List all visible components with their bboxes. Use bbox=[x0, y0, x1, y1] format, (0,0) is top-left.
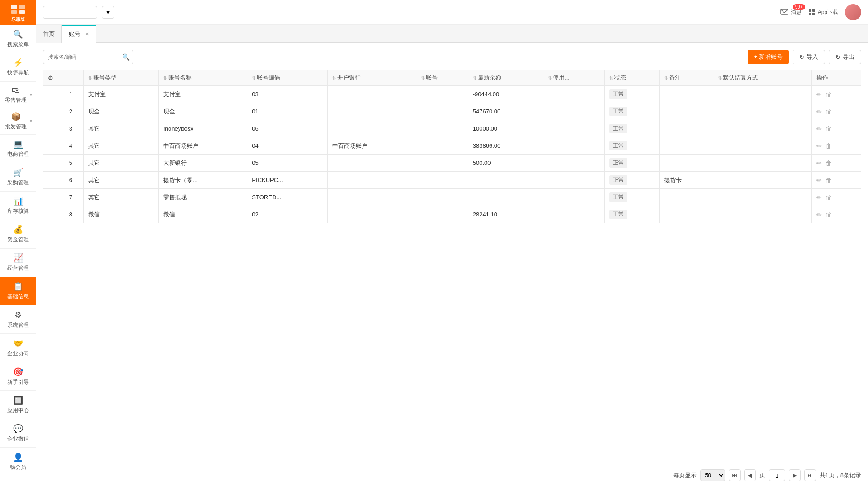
edit-icon-1[interactable]: ✏ bbox=[816, 108, 822, 115]
sidebar-item-purchase[interactable]: 🛒 采购管理 bbox=[0, 163, 36, 192]
row-num-7: 8 bbox=[58, 206, 84, 223]
col-account[interactable]: ⇅账号 bbox=[416, 70, 468, 86]
sidebar-label-basic-info: 基础信息 bbox=[7, 293, 29, 300]
svg-rect-0 bbox=[11, 5, 17, 9]
col-remark[interactable]: ⇅备注 bbox=[660, 70, 713, 86]
col-name[interactable]: ⇅账号名称 bbox=[159, 70, 247, 86]
delete-icon-5[interactable]: 🗑 bbox=[826, 177, 832, 184]
tab-minimize-button[interactable]: — bbox=[840, 28, 850, 39]
edit-icon-3[interactable]: ✏ bbox=[816, 142, 822, 150]
prev-page-button[interactable]: ◀ bbox=[744, 469, 756, 481]
col-settings[interactable]: ⚙ bbox=[43, 70, 58, 86]
row-account-5 bbox=[416, 172, 468, 189]
sidebar-item-basic-info[interactable]: 📋 基础信息 bbox=[0, 277, 36, 305]
row-remark-6 bbox=[660, 189, 713, 206]
sidebar-item-quicknav[interactable]: ⚡ 快捷导航 bbox=[0, 53, 36, 82]
sidebar-item-system[interactable]: ⚙ 系统管理 bbox=[0, 305, 36, 334]
last-page-button[interactable]: ⏭ bbox=[804, 469, 816, 481]
sidebar-item-operations[interactable]: 📈 经营管理 bbox=[0, 249, 36, 277]
delete-icon-0[interactable]: 🗑 bbox=[826, 91, 832, 98]
row-remark-2 bbox=[660, 120, 713, 137]
app-download-button[interactable]: App下载 bbox=[808, 9, 838, 16]
dropdown-button[interactable]: ▼ bbox=[102, 6, 114, 19]
delete-icon-2[interactable]: 🗑 bbox=[826, 125, 832, 132]
tab-account-close[interactable]: ✕ bbox=[85, 31, 89, 37]
edit-icon-5[interactable]: ✏ bbox=[816, 177, 822, 184]
sidebar-item-inventory[interactable]: 📊 库存核算 bbox=[0, 192, 36, 220]
edit-icon-0[interactable]: ✏ bbox=[816, 91, 822, 98]
sidebar-item-guide[interactable]: 🎯 新手引导 bbox=[0, 362, 36, 391]
page-size-select[interactable]: 50 100 bbox=[700, 469, 725, 481]
pagination: 每页显示 50 100 ⏮ ◀ 页 ▶ ⏭ 共1页，8条记录 bbox=[43, 464, 861, 481]
sidebar-item-retail[interactable]: 🛍 零售管理 ▼ bbox=[0, 82, 36, 108]
sidebar-label-finance: 资金管理 bbox=[7, 236, 29, 244]
col-type[interactable]: ⇅账号类型 bbox=[83, 70, 158, 86]
search-input[interactable] bbox=[43, 50, 133, 64]
first-page-button[interactable]: ⏮ bbox=[729, 469, 741, 481]
tab-home[interactable]: 首页 bbox=[36, 25, 62, 43]
row-bank-3: 中百商场账户 bbox=[327, 137, 416, 155]
membership-icon: 👤 bbox=[13, 452, 23, 462]
sidebar-item-ecommerce[interactable]: 💻 电商管理 bbox=[0, 135, 36, 163]
row-actions-2: ✏ 🗑 bbox=[811, 120, 861, 137]
sidebar-item-wholesale[interactable]: 📦 批发管理 ▼ bbox=[0, 108, 36, 135]
tab-account[interactable]: 账号 ✕ bbox=[62, 25, 96, 43]
next-page-button[interactable]: ▶ bbox=[789, 469, 801, 481]
row-name-6: 零售抵现 bbox=[159, 189, 247, 206]
row-actions-6: ✏ 🗑 bbox=[811, 189, 861, 206]
col-default-payment[interactable]: ⇅默认结算方式 bbox=[713, 70, 812, 86]
row-gear-3 bbox=[43, 137, 58, 155]
row-status-7: 正常 bbox=[605, 206, 660, 223]
page-input[interactable] bbox=[769, 469, 785, 481]
row-code-3: 04 bbox=[247, 137, 328, 155]
sidebar-item-app-center[interactable]: 🔲 应用中心 bbox=[0, 391, 36, 419]
table-header: ⚙ ⇅账号类型 ⇅账号名称 ⇅账号编码 ⇅开户银行 ⇅账号 ⇅最新余额 ⇅使用.… bbox=[43, 70, 861, 86]
sidebar-item-corp-collab[interactable]: 🤝 企业协同 bbox=[0, 334, 36, 362]
col-balance[interactable]: ⇅最新余额 bbox=[468, 70, 543, 86]
row-remark-0 bbox=[660, 86, 713, 103]
edit-icon-2[interactable]: ✏ bbox=[816, 125, 822, 132]
edit-icon-6[interactable]: ✏ bbox=[816, 194, 822, 201]
row-code-7: 02 bbox=[247, 206, 328, 223]
delete-icon-1[interactable]: 🗑 bbox=[826, 108, 832, 115]
col-usage[interactable]: ⇅使用... bbox=[543, 70, 605, 86]
row-balance-4: 500.00 bbox=[468, 155, 543, 172]
delete-icon-6[interactable]: 🗑 bbox=[826, 194, 832, 201]
table-row: 1 支付宝 支付宝 03 -90444.00 正常 ✏ 🗑 bbox=[43, 86, 861, 103]
sidebar-item-finance[interactable]: 💰 资金管理 bbox=[0, 220, 36, 249]
edit-icon-4[interactable]: ✏ bbox=[816, 160, 822, 167]
delete-icon-4[interactable]: 🗑 bbox=[826, 160, 832, 167]
tab-expand-button[interactable]: ⛶ bbox=[853, 28, 863, 39]
content-area: 🔍 + 新增账号 ↻ 导入 ↻ 导出 ⚙ bbox=[36, 43, 868, 488]
table-body: 1 支付宝 支付宝 03 -90444.00 正常 ✏ 🗑 2 现金 现金 01 bbox=[43, 86, 861, 223]
row-code-1: 01 bbox=[247, 103, 328, 120]
user-avatar[interactable] bbox=[845, 4, 861, 20]
corp-wechat-icon: 💬 bbox=[13, 424, 23, 434]
sidebar-item-corp-wechat[interactable]: 💬 企业微信 bbox=[0, 419, 36, 448]
add-account-button[interactable]: + 新增账号 bbox=[748, 50, 789, 64]
row-code-2: 06 bbox=[247, 120, 328, 137]
col-code[interactable]: ⇅账号编码 bbox=[247, 70, 328, 86]
export-button[interactable]: ↻ 导出 bbox=[829, 50, 861, 64]
sidebar-item-membership[interactable]: 👤 畅会员 bbox=[0, 448, 36, 476]
row-usage-4 bbox=[543, 155, 605, 172]
message-button[interactable]: 消息 99+ bbox=[780, 8, 802, 17]
toolbar-right: + 新增账号 ↻ 导入 ↻ 导出 bbox=[748, 50, 861, 64]
total-label: 共1页，8条记录 bbox=[820, 471, 861, 479]
sidebar-item-search[interactable]: 🔍 搜索菜单 bbox=[0, 25, 36, 53]
edit-icon-7[interactable]: ✏ bbox=[816, 211, 822, 218]
sidebar-label-search: 搜索菜单 bbox=[7, 41, 29, 48]
row-gear-4 bbox=[43, 155, 58, 172]
col-status[interactable]: ⇅状态 bbox=[605, 70, 660, 86]
row-name-1: 现金 bbox=[159, 103, 247, 120]
search-icon[interactable]: 🔍 bbox=[122, 53, 130, 61]
app-logo: 乐惠版 bbox=[0, 0, 36, 25]
import-button[interactable]: ↻ 导入 bbox=[793, 50, 825, 64]
row-type-6: 其它 bbox=[83, 189, 158, 206]
delete-icon-3[interactable]: 🗑 bbox=[826, 142, 832, 150]
svg-rect-8 bbox=[812, 13, 815, 15]
delete-icon-7[interactable]: 🗑 bbox=[826, 211, 832, 218]
col-bank[interactable]: ⇅开户银行 bbox=[327, 70, 416, 86]
top-search-input[interactable] bbox=[43, 6, 97, 19]
row-remark-4 bbox=[660, 155, 713, 172]
